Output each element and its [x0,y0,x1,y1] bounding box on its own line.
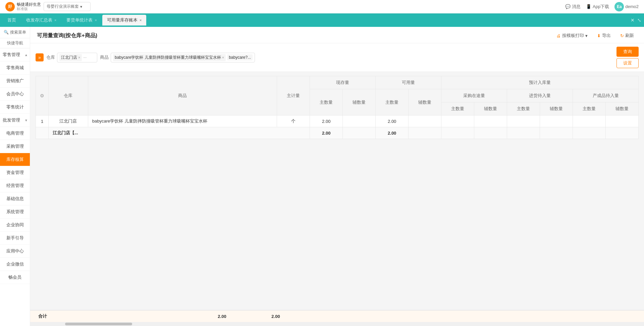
col-incoming-main-header: 主数量 [507,102,540,115]
logo-icon: 好 [5,2,15,11]
sidebar-item-app-center[interactable]: 应用中心 [0,245,30,258]
close-tab-inventory[interactable]: × [140,18,142,22]
table-footer: 合计 2.00 2.00 [30,310,644,322]
close-tab-collect[interactable]: × [54,18,56,22]
subtotal-empty [36,127,49,139]
col-product-header: 商品 [88,76,277,115]
row-warehouse: 江北门店 [49,115,88,127]
footer-label: 合计 [34,313,88,319]
sidebar-item-marketing[interactable]: 营销推广 [0,75,30,88]
col-purchase-aux-header: 辅数量 [474,102,507,115]
main-layout: 🔍 搜索菜单 快捷导航 零售管理 ▲ 零售商城 营销推广 会员中心 零售统计 [0,27,644,326]
nav-tabs: 首页 收发存汇总表 × 要货单统计表 × 可用量库存账本 × ✕ ⤡ [0,13,644,27]
search-icon: 🔍 [4,30,10,35]
tab-inventory[interactable]: 可用量库存账本 × [102,15,146,26]
close-tab-order-stat[interactable]: × [95,18,97,22]
chevron-down-icon: ▾ [80,4,82,9]
logo-text: 畅捷通好生意 标准版 [17,2,41,11]
sidebar-item-retail-stat[interactable]: 零售统计 [0,101,30,114]
user-menu[interactable]: Ea demo2 [614,2,639,11]
avatar: Ea [614,2,624,11]
row-prod-aux [606,115,639,127]
sidebar-item-new-guide[interactable]: 新手引导 [0,232,30,245]
col-unit-header: 主计量 [277,76,310,115]
product-filter-tags[interactable]: babycare学饮杯 儿童防摔防撞吸管杯重力球吸嘴杯宝宝水杯 × babyca… [111,53,255,62]
warehouse-filter-tags[interactable]: 江北门店 × ··· [57,53,97,62]
chevron-up-icon: ▲ [24,53,28,57]
col-warehouse-header: 仓库 [49,76,88,115]
sidebar-item-finance[interactable]: 资金管理 [0,166,30,179]
sidebar-item-inventory-check[interactable]: 库存核算 [0,153,30,166]
col-incoming-header: 预计入库量 [441,76,639,89]
horizontal-scrollbar[interactable] [30,322,644,326]
maximize-window-btn[interactable]: ⤡ [637,17,641,23]
product-filter-group: 商品 babycare学饮杯 儿童防摔防撞吸管杯重力球吸嘴杯宝宝水杯 × bab… [100,53,255,62]
col-production-pending-header: 产成品待入量 [573,89,639,102]
app-download-btn[interactable]: 📱 App下载 [586,4,609,10]
table-row: 1 江北门店 babycare学饮杯 儿童防摔防撞吸管杯重力球吸嘴杯宝宝水杯 个… [36,115,639,127]
setting-button[interactable]: 设置 [616,58,639,68]
nav-tabs-right: ✕ ⤡ [631,17,641,23]
export-btn[interactable]: ⬇ 导出 [594,31,614,40]
filter-bar: » 仓库 江北门店 × ··· 商品 babycare学饮杯 儿童防摔防撞吸管杯… [30,43,644,72]
col-avail-aux-header: 辅数量 [409,89,441,115]
sidebar-item-sys-mgmt[interactable]: 系统管理 [0,205,30,219]
subtotal-prod-aux [606,127,639,139]
tenant-selector[interactable]: 母婴行业演示账套 ▾ [44,2,91,11]
col-prod-aux-header: 辅数量 [606,102,639,115]
tab-home[interactable]: 首页 [3,15,21,26]
sidebar-item-operations[interactable]: 经营管理 [0,179,30,192]
top-bar: 好 畅捷通好生意 标准版 母婴行业演示账套 ▾ 💬 消息 📱 App下载 Ea … [0,0,644,13]
sidebar-item-wholesale-mgmt[interactable]: 批发管理 ▼ [0,114,30,127]
message-btn[interactable]: 💬 消息 [565,4,581,10]
sidebar-quick-nav[interactable]: 快捷导航 [0,38,30,48]
refresh-btn[interactable]: ↻ 刷新 [617,31,637,40]
settings-gear-icon[interactable]: ⚙ [40,93,44,98]
tab-collect[interactable]: 收发存汇总表 × [21,15,61,26]
sidebar-search[interactable]: 🔍 搜索菜单 [0,27,30,38]
sidebar-item-member[interactable]: 会员中心 [0,88,30,101]
expand-filter-btn[interactable]: » [36,53,44,61]
top-bar-right: 💬 消息 📱 App下载 Ea demo2 [565,2,639,11]
row-product: babycare学饮杯 儿童防摔防撞吸管杯重力球吸嘴杯宝宝水杯 [88,115,277,127]
chevron-down-icon: ▾ [585,33,588,38]
print-icon: 🖨 [556,33,561,38]
col-settings-header[interactable]: ⚙ [36,76,49,115]
remove-product-tag-1[interactable]: × [222,55,224,59]
col-purchase-transit-header: 采购在途量 [441,89,507,102]
sidebar-item-corp-collab[interactable]: 企业协同 [0,219,30,232]
subtotal-prod-main [573,127,606,139]
close-window-btn[interactable]: ✕ [631,17,635,23]
sidebar-item-purchase[interactable]: 采购管理 [0,140,30,153]
sidebar-item-retail-mall[interactable]: 零售商城 [0,61,30,75]
scroll-thumb[interactable] [65,323,132,325]
sidebar-item-ecommerce[interactable]: 电商管理 [0,127,30,140]
row-prod-main [573,115,606,127]
table-area[interactable]: ⚙ 仓库 商品 主计量 现存量 可用量 预计入库量 主数量 辅数量 主数量 辅数… [30,72,644,310]
sidebar-item-corp-wechat[interactable]: 企业微信 [0,258,30,271]
subtotal-row: 江北门店【... 2.00 2.00 [36,127,639,139]
logo-area: 好 畅捷通好生意 标准版 [5,2,41,11]
col-incoming-pending-header: 进货待入量 [507,89,573,102]
message-icon: 💬 [565,4,571,9]
row-unit: 个 [277,115,310,127]
page-header: 可用量查询(按仓库+商品) 🖨 按模板打印 ▾ ⬇ 导出 ↻ 刷新 [30,27,644,43]
product-label: 商品 [100,54,109,60]
product-tag-babycare2: babycare?... [227,54,253,60]
print-btn[interactable]: 🖨 按模板打印 ▾ [553,31,591,40]
sidebar-item-retail-mgmt[interactable]: 零售管理 ▲ [0,48,30,61]
sidebar-item-vip-member[interactable]: 畅会员 [0,271,30,284]
col-available-header: 可用量 [376,76,441,89]
row-no: 1 [36,115,49,127]
remove-warehouse-tag[interactable]: × [78,55,80,59]
query-button[interactable]: 查询 [616,47,639,57]
top-bar-left: 好 畅捷通好生意 标准版 母婴行业演示账套 ▾ [5,2,91,11]
filter-more-btn[interactable]: ··· [83,55,87,60]
col-stock-header: 现存量 [310,76,376,89]
tab-order-stat[interactable]: 要货单统计表 × [62,15,101,26]
sidebar-item-basic-info[interactable]: 基础信息 [0,192,30,205]
filter-actions-right: 查询 设置 [616,47,639,68]
row-purchase-aux [474,115,507,127]
subtotal-incoming-aux [540,127,573,139]
col-incoming-aux-header: 辅数量 [540,102,573,115]
